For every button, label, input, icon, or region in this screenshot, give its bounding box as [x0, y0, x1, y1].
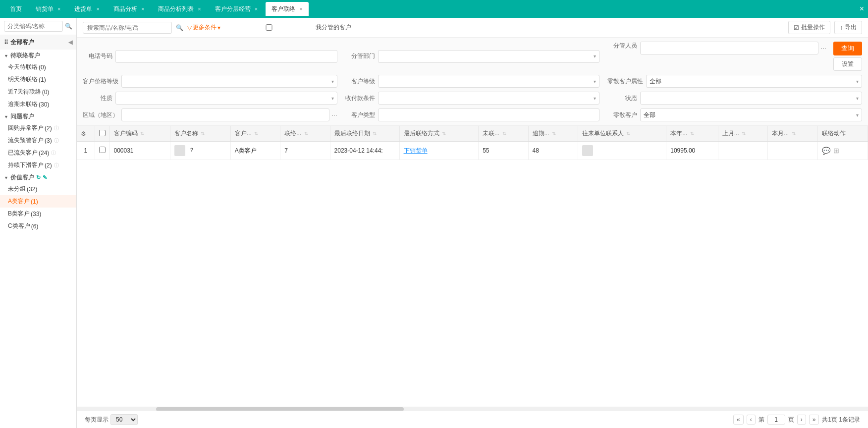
search-icon[interactable]: 🔍: [176, 24, 183, 31]
retail-select[interactable]: 全部 ▾: [640, 108, 862, 121]
dept-select[interactable]: ▾: [378, 50, 600, 63]
tab-sales[interactable]: 销货单 ×: [30, 2, 66, 16]
tab-goods-list[interactable]: 商品分析列表 ×: [152, 2, 207, 16]
select-all-checkbox[interactable]: [99, 130, 106, 136]
price-level-select[interactable]: ▾: [121, 75, 337, 88]
tab-home[interactable]: 首页: [4, 2, 28, 16]
sidebar-item-week[interactable]: 近7天待联络 (0): [0, 86, 76, 98]
sort-year-icon[interactable]: ⇅: [690, 131, 694, 136]
sidebar-search-input[interactable]: [4, 21, 63, 32]
filter-retail: 零散客户 全部 ▾: [607, 108, 862, 121]
tab-goods-analysis[interactable]: 商品分析 ×: [108, 2, 150, 16]
sidebar-item-ungroup[interactable]: 未分组 (32): [0, 183, 76, 195]
nature-select[interactable]: ▾: [115, 92, 337, 105]
last-method-link[interactable]: 下销货单: [404, 147, 428, 154]
manager-input[interactable]: [640, 42, 818, 54]
sidebar-item-class-a[interactable]: A类客户 (1): [0, 195, 76, 208]
sidebar-search-icon[interactable]: 🔍: [65, 23, 72, 30]
manager-label: 分管人员: [607, 42, 637, 50]
status-select[interactable]: ▾: [640, 92, 862, 105]
status-chevron: ▾: [856, 96, 859, 101]
query-button[interactable]: 查询: [833, 42, 862, 55]
batch-ops-button[interactable]: ☑ 批量操作: [788, 21, 830, 34]
row-actions: 💬 ⊞: [817, 142, 868, 160]
table-gear-icon[interactable]: ⚙: [81, 130, 86, 137]
close-tab-customer-contact[interactable]: ×: [299, 6, 302, 12]
close-tab-goods-list[interactable]: ×: [198, 6, 201, 12]
refresh-icon[interactable]: ↻: [36, 174, 41, 181]
prev-page-button[interactable]: ‹: [747, 415, 756, 425]
my-customers-check[interactable]: [224, 24, 314, 31]
price-level-label: 客户价格等级: [83, 77, 118, 86]
action-icon-2[interactable]: ⊞: [833, 147, 839, 155]
sidebar-item-declining[interactable]: 持续下滑客户 (2) ⓘ: [0, 159, 76, 171]
row-select-checkbox[interactable]: [99, 147, 106, 153]
customer-level-select[interactable]: ▾: [378, 75, 600, 88]
nature-chevron: ▾: [331, 96, 334, 101]
sort-overdue-icon[interactable]: ⇅: [552, 131, 556, 136]
close-tab-purchase[interactable]: ×: [96, 6, 99, 12]
sort-date-icon[interactable]: ⇅: [373, 131, 377, 136]
close-all-button[interactable]: ×: [860, 4, 864, 13]
first-page-button[interactable]: «: [733, 415, 744, 425]
phone-input[interactable]: [115, 50, 337, 63]
sidebar-item-churn-warn[interactable]: 流失预警客户 (3) ⓘ: [0, 134, 76, 147]
all-customers-header[interactable]: ⠿ 全部客户 ◀: [0, 35, 76, 50]
sort-contact-icon[interactable]: ⇅: [304, 131, 308, 136]
sidebar-search-area: 🔍: [0, 18, 76, 35]
sidebar-item-tomorrow[interactable]: 明天待联络 (1): [0, 73, 76, 86]
retail-attr-select[interactable]: 全部 ▾: [646, 75, 862, 88]
per-page-select[interactable]: 50 100 200: [110, 414, 138, 425]
col-this-month: 本月... ⇅: [768, 126, 817, 142]
sort-tm-icon[interactable]: ⇅: [792, 131, 796, 136]
sidebar-item-class-b[interactable]: B类客户 (33): [0, 208, 76, 220]
close-tab-sales[interactable]: ×: [57, 6, 60, 12]
sort-method-icon[interactable]: ⇅: [442, 131, 446, 136]
my-customers-checkbox[interactable]: 我分管的客户: [224, 23, 351, 32]
sidebar-item-today[interactable]: 今天待联络 (0): [0, 61, 76, 73]
sidebar-item-overdue[interactable]: 逾期未联络 (30): [0, 98, 76, 110]
sidebar-item-churned[interactable]: 已流失客户 (24) ⓘ: [0, 147, 76, 159]
retail-attr-chevron: ▾: [856, 79, 859, 84]
tri-icon: ▼: [4, 54, 8, 58]
close-tab-customer-layer[interactable]: ×: [255, 6, 258, 12]
sort-type-icon[interactable]: ⇅: [254, 131, 258, 136]
row-no-contact: 55: [479, 142, 528, 160]
sort-lm-icon[interactable]: ⇅: [742, 131, 746, 136]
sort-unit-icon[interactable]: ⇅: [626, 131, 630, 136]
action-icon-1[interactable]: 💬: [822, 147, 830, 155]
export-button[interactable]: ↑ 导出: [834, 21, 862, 34]
edit-icon[interactable]: ✎: [43, 174, 47, 181]
region-input[interactable]: [121, 108, 329, 121]
sort-name-icon[interactable]: ⇅: [201, 131, 205, 136]
tab-purchase[interactable]: 进货单 ×: [68, 2, 105, 16]
filter-dept: 分管部门 ▾: [345, 42, 600, 71]
group-value[interactable]: ▼ 价值客户 ↻ ✎: [0, 171, 76, 183]
close-tab-goods-analysis[interactable]: ×: [141, 6, 144, 12]
next-page-button[interactable]: ›: [797, 415, 806, 425]
sort-no-contact-icon[interactable]: ⇅: [502, 131, 506, 136]
region-ellipsis[interactable]: ···: [331, 111, 337, 119]
row-last-month: [718, 142, 767, 160]
customer-type-input[interactable]: [378, 108, 600, 121]
horizontal-scrollbar[interactable]: [77, 407, 868, 411]
tab-customer-layer[interactable]: 客户分层经营 ×: [209, 2, 264, 16]
search-input[interactable]: [83, 22, 172, 34]
row-checkbox: [95, 142, 109, 160]
setting-button[interactable]: 设置: [833, 57, 862, 71]
last-page-button[interactable]: »: [809, 415, 819, 425]
tab-customer-contact[interactable]: 客户联络 ×: [266, 2, 308, 16]
sort-code-icon[interactable]: ⇅: [140, 131, 144, 136]
group-problem[interactable]: ▼ 问题客户: [0, 110, 76, 122]
group-waiting[interactable]: ▼ 待联络客户: [0, 50, 76, 61]
page-input[interactable]: [767, 415, 785, 425]
payment-label: 收付款条件: [345, 94, 375, 103]
gear-col-header: ⚙: [77, 126, 95, 142]
filter-region: 区域（地区） ···: [83, 108, 337, 121]
sidebar-item-class-c[interactable]: C类客户 (6): [0, 220, 76, 232]
sidebar-item-abnormal[interactable]: 回购异常客户 (2) ⓘ: [0, 122, 76, 134]
more-conditions-button[interactable]: ▽ 更多条件 ▾: [187, 23, 220, 32]
payment-select[interactable]: ▾: [378, 92, 600, 105]
manager-ellipsis[interactable]: ···: [820, 44, 826, 52]
payment-chevron: ▾: [594, 96, 596, 101]
